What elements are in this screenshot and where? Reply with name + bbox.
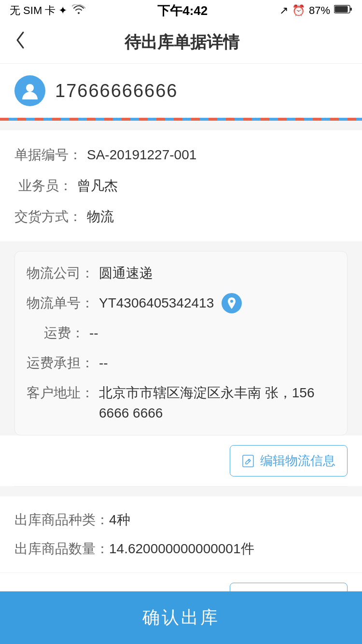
tracking-number: YT4306405342413: [99, 293, 214, 313]
battery-level: 87%: [309, 4, 330, 17]
battery-icon: [334, 4, 352, 17]
avatar: [14, 75, 45, 106]
delivery-label: 交货方式：: [14, 207, 87, 227]
logistics-card: 物流公司： 圆通速递 物流单号： YT4306405342413 运费： -- …: [14, 251, 348, 435]
svg-rect-1: [334, 6, 348, 13]
salesperson-label: 业务员：: [14, 176, 77, 196]
dashed-divider: [0, 118, 362, 121]
salesperson-value: 曾凡杰: [77, 176, 348, 196]
doc-number-label: 单据编号：: [14, 145, 87, 165]
edit-logistics-label: 编辑物流信息: [260, 452, 335, 469]
status-right: ↗ ⏰ 87%: [279, 4, 352, 17]
svg-point-3: [26, 84, 34, 92]
logistics-company-value: 圆通速递: [99, 263, 335, 283]
product-type-row: 出库商品种类： 4种: [14, 511, 348, 529]
address-row: 客户地址： 北京市市辖区海淀区永丰南 张，156 6666 6666: [27, 383, 335, 423]
logistics-company-label: 物流公司：: [27, 263, 99, 283]
confirm-btn-area: 确认出库: [0, 591, 362, 644]
product-type-label: 出库商品种类：: [14, 511, 109, 529]
location-status-icon: ↗: [279, 4, 288, 17]
tracking-number-row: 物流单号： YT4306405342413: [27, 293, 335, 313]
section-divider: [14, 486, 348, 487]
sim-status: 无 SIM 卡 ✦: [10, 3, 67, 18]
freight-bearer-value: --: [99, 353, 335, 373]
user-header: 17666666666: [0, 64, 362, 118]
product-quantity-row: 出库商品数量： 14.620000000000001件: [14, 540, 348, 558]
tracking-value-container: YT4306405342413: [99, 293, 335, 313]
wifi-icon: [72, 4, 85, 17]
user-phone: 17666666666: [55, 81, 178, 101]
product-quantity-value: 14.620000000000001件: [109, 540, 254, 558]
status-left: 无 SIM 卡 ✦: [10, 3, 85, 18]
product-quantity-label: 出库商品数量：: [14, 540, 109, 558]
salesperson-row: 业务员： 曾凡杰: [14, 176, 348, 196]
edit-btn-container: 编辑物流信息: [0, 435, 362, 486]
alarm-icon: ⏰: [292, 4, 305, 17]
svg-rect-2: [350, 8, 352, 11]
page-title: 待出库单据详情: [36, 31, 328, 54]
freight-label: 运费：: [27, 323, 89, 343]
product-section: 出库商品种类： 4种 出库商品数量： 14.620000000000001件: [0, 496, 362, 573]
freight-row: 运费： --: [27, 323, 335, 343]
document-info-section: 单据编号： SA-20191227-001 业务员： 曾凡杰 交货方式： 物流: [0, 130, 362, 241]
status-time: 下午4:42: [157, 2, 208, 19]
freight-bearer-label: 运费承担：: [27, 353, 99, 373]
edit-logistics-button[interactable]: 编辑物流信息: [230, 445, 348, 476]
nav-bar: 待出库单据详情: [0, 21, 362, 64]
address-label: 客户地址：: [27, 383, 99, 403]
address-value: 北京市市辖区海淀区永丰南 张，156 6666 6666: [99, 383, 335, 423]
freight-bearer-row: 运费承担： --: [27, 353, 335, 373]
back-button[interactable]: [14, 30, 36, 54]
logistics-company-row: 物流公司： 圆通速递: [27, 263, 335, 283]
svg-rect-4: [243, 455, 253, 467]
freight-value: --: [89, 323, 335, 343]
track-location-button[interactable]: [222, 293, 242, 313]
delivery-value: 物流: [87, 207, 348, 227]
confirm-outbound-button[interactable]: 确认出库: [0, 606, 362, 630]
delivery-row: 交货方式： 物流: [14, 207, 348, 227]
product-type-value: 4种: [109, 511, 130, 529]
tracking-label: 物流单号：: [27, 293, 99, 313]
status-bar: 无 SIM 卡 ✦ 下午4:42 ↗ ⏰ 87%: [0, 0, 362, 21]
doc-number-value: SA-20191227-001: [87, 145, 348, 165]
doc-number-row: 单据编号： SA-20191227-001: [14, 145, 348, 165]
